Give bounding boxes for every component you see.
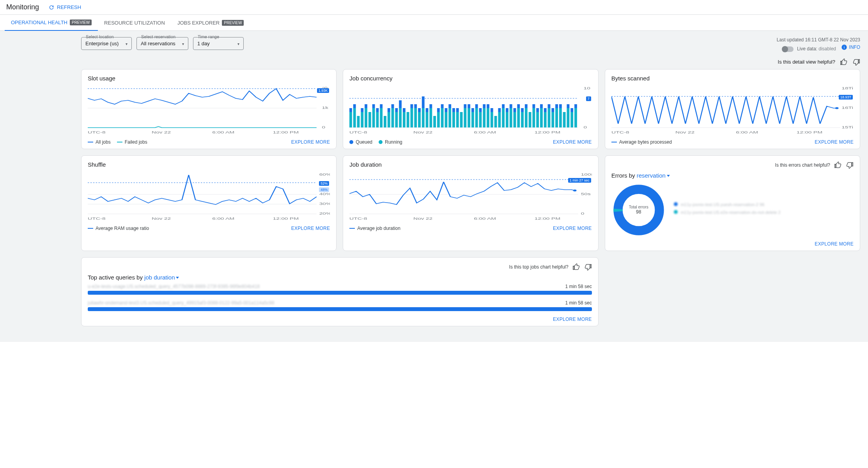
svg-rect-100 (391, 104, 394, 108)
svg-rect-44 (506, 108, 508, 112)
svg-rect-112 (365, 104, 367, 108)
explore-more-link[interactable]: EXPLORE MORE (291, 139, 330, 145)
svg-rect-35 (525, 108, 528, 128)
svg-rect-26 (544, 112, 547, 128)
thumbs-up-button[interactable] (840, 58, 848, 66)
svg-text:16TiB: 16TiB (841, 106, 854, 110)
svg-rect-71 (452, 112, 455, 128)
svg-rect-49 (498, 112, 501, 128)
svg-text:UTC-8: UTC-8 (88, 130, 106, 134)
query-row[interactable]: juliawhr-ondemand-test3.US.scheduled_que… (88, 300, 592, 311)
svg-rect-108 (376, 112, 379, 128)
svg-rect-79 (437, 112, 440, 128)
top-queries-dropdown[interactable]: job duration (144, 274, 179, 281)
explore-more-link[interactable]: EXPLORE MORE (291, 226, 330, 231)
thumbs-down-button[interactable] (852, 58, 860, 66)
select-time-range[interactable]: 1 day (193, 37, 244, 50)
card-errors: Is this errors chart helpful? Errors by … (605, 155, 860, 251)
svg-rect-10 (574, 104, 577, 108)
value-pill: 1 min 27 sec (568, 178, 591, 183)
value-pill: 1.93K (317, 88, 329, 93)
progress-bar (88, 307, 592, 311)
svg-rect-55 (483, 104, 486, 108)
chart-job-duration: 100s 50s 0 UTC-8 Nov 22 6:00 AM 12:00 PM… (349, 171, 592, 222)
svg-rect-115 (361, 112, 364, 128)
svg-text:40%: 40% (319, 192, 330, 196)
svg-rect-118 (353, 108, 356, 128)
value-pill: 18.93T (839, 95, 853, 100)
refresh-button[interactable]: REFRESH (48, 4, 81, 11)
errors-dropdown[interactable]: reservation (637, 172, 670, 179)
svg-rect-43 (510, 108, 512, 128)
thumbs-up-button[interactable] (572, 263, 580, 271)
svg-rect-23 (548, 104, 551, 108)
svg-rect-48 (498, 108, 501, 112)
thumbs-up-button[interactable] (834, 161, 842, 169)
info-button[interactable]: INFO (841, 44, 860, 50)
svg-text:UTC-8: UTC-8 (611, 130, 629, 134)
select-location[interactable]: Enterprise (us) (81, 37, 132, 50)
explore-more-link[interactable]: EXPLORE MORE (553, 139, 592, 145)
svg-text:Nov 22: Nov 22 (152, 130, 171, 134)
donut-chart: Total errors 98 (611, 183, 666, 237)
svg-text:UTC-8: UTC-8 (349, 130, 367, 134)
svg-rect-62 (471, 112, 474, 128)
svg-rect-83 (426, 108, 429, 112)
query-row[interactable]: u-e2e-tests-usage.US.scheduled_query_457… (88, 284, 592, 295)
svg-rect-42 (510, 104, 512, 108)
svg-rect-92 (411, 108, 413, 128)
svg-text:6:00 AM: 6:00 AM (212, 130, 234, 134)
svg-text:Nov 22: Nov 22 (152, 217, 171, 221)
tab-resource-utilization[interactable]: RESOURCE UTILIZATION (98, 15, 171, 30)
explore-more-link[interactable]: EXPLORE MORE (815, 241, 854, 247)
svg-rect-27 (540, 104, 543, 108)
svg-rect-39 (517, 108, 520, 128)
tab-jobs-explorer[interactable]: JOBS EXPLORER PREVIEW (171, 15, 250, 30)
svg-rect-11 (574, 108, 577, 128)
svg-rect-24 (548, 108, 551, 128)
svg-text:100s: 100s (581, 173, 592, 176)
refresh-icon (48, 4, 55, 11)
card-top-queries: Is this top jobs chart helpful? Top acti… (81, 257, 599, 326)
errors-title: Errors by reservation (611, 172, 854, 179)
live-data-toggle[interactable] (783, 46, 794, 52)
svg-rect-84 (426, 112, 429, 128)
svg-rect-88 (418, 112, 421, 128)
tab-operational-health[interactable]: OPERATIONAL HEALTH PREVIEW (5, 15, 98, 31)
svg-rect-94 (403, 108, 406, 112)
svg-rect-109 (372, 104, 375, 108)
page-header: Monitoring REFRESH (0, 0, 868, 15)
thumbs-down-button[interactable] (584, 263, 592, 271)
svg-text:Nov 22: Nov 22 (675, 130, 694, 134)
thumbs-down-button[interactable] (846, 161, 854, 169)
explore-more-link[interactable]: EXPLORE MORE (553, 226, 592, 231)
chart-bytes-scanned: 18TiB 16TiB 15TiB UTC-8 Nov 22 6:00 AM 1… (611, 85, 854, 135)
svg-rect-110 (372, 108, 375, 128)
svg-text:60%: 60% (319, 173, 330, 176)
svg-rect-101 (391, 108, 394, 128)
svg-rect-67 (460, 112, 463, 128)
svg-text:UTC-8: UTC-8 (88, 217, 106, 221)
svg-rect-96 (399, 100, 402, 108)
svg-rect-21 (552, 108, 554, 112)
explore-more-link[interactable]: EXPLORE MORE (815, 139, 854, 145)
svg-rect-20 (555, 108, 558, 128)
svg-text:Nov 22: Nov 22 (413, 130, 432, 134)
svg-text:18TiB: 18TiB (841, 86, 854, 90)
svg-text:50s: 50s (581, 192, 591, 196)
svg-rect-103 (388, 112, 390, 128)
svg-rect-99 (395, 112, 398, 128)
svg-rect-69 (456, 112, 459, 128)
svg-rect-86 (422, 108, 425, 128)
svg-rect-72 (449, 104, 452, 108)
svg-text:10: 10 (584, 86, 590, 90)
last-updated: Last updated 16:11 GMT-8 22 Nov 2023 (777, 37, 860, 43)
svg-rect-74 (445, 108, 448, 112)
svg-text:6:00 AM: 6:00 AM (474, 130, 496, 134)
chart-shuffle: 60% 40% 30% 20% UTC-8 Nov 22 6:00 AM 12:… (88, 171, 330, 222)
svg-rect-36 (521, 108, 524, 112)
explore-more-link[interactable]: EXPLORE MORE (553, 317, 592, 322)
svg-rect-64 (468, 108, 471, 128)
svg-rect-75 (445, 112, 448, 128)
select-reservation[interactable]: All reservations (136, 37, 188, 50)
